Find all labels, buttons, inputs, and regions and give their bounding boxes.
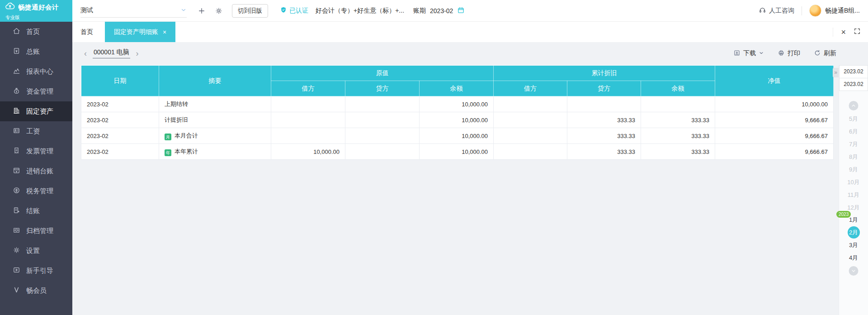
cell-date: 2023-02 <box>81 112 159 128</box>
content-area: ‹ 000001 电脑 › 下载 打印 刷新 <box>72 42 868 315</box>
month-item-active[interactable]: 2月 <box>839 226 868 239</box>
product-bundle-label[interactable]: 好会计（专）+好生意（标）+... <box>316 7 404 15</box>
sidebar-item-purchase-sales[interactable]: 进销台账 <box>0 161 72 181</box>
settings-gear-button[interactable] <box>215 7 223 15</box>
month-item[interactable]: 7月 <box>839 138 868 151</box>
tab-fixed-asset-ledger[interactable]: 固定资产明细账 × <box>105 22 175 42</box>
cell-net: 9,666.67 <box>715 112 834 128</box>
sidebar-item-closing[interactable]: 结账 <box>0 201 72 221</box>
chevron-down-icon <box>759 50 764 57</box>
sidebar-item-guide[interactable]: 新手引导 <box>0 261 72 281</box>
tab-label: 固定资产明细账 <box>114 28 158 36</box>
refresh-button[interactable]: 刷新 <box>814 49 836 58</box>
next-asset-icon[interactable]: › <box>136 49 139 57</box>
v-member-icon <box>13 286 20 295</box>
cell-ov-balance: 10,000.00 <box>420 112 494 128</box>
print-button[interactable]: 打印 <box>778 49 800 58</box>
month-item[interactable]: 10月 <box>839 176 868 189</box>
asset-navigator: ‹ 000001 电脑 › <box>84 48 139 58</box>
topbar: 测试 切到旧版 已认证 好会计（专）+好生意（标）+... 账期 2023-02… <box>72 0 868 22</box>
sidebar-item-home[interactable]: 首页 <box>0 22 72 42</box>
month-item[interactable]: 3月 <box>839 239 868 252</box>
tab-bar: 首页 固定资产明细账 × × <box>72 22 868 42</box>
refresh-icon <box>814 49 821 58</box>
fullscreen-icon[interactable] <box>854 28 861 37</box>
download-button[interactable]: 下载 <box>733 49 764 58</box>
cell-ov-balance: 10,000.00 <box>420 144 494 160</box>
sidebar-item-member[interactable]: 畅会员 <box>0 281 72 301</box>
period-label: 账期 <box>413 7 426 15</box>
cell-ov-credit <box>345 96 420 112</box>
summary-text: 本年累计 <box>175 148 198 155</box>
sidebar-item-label: 总账 <box>26 48 40 56</box>
tab-close-icon[interactable]: × <box>163 29 166 36</box>
switch-old-version-button[interactable]: 切到旧版 <box>232 4 268 18</box>
collapse-panel-icon[interactable]: » <box>833 68 839 77</box>
month-item[interactable]: 5月 <box>839 113 868 125</box>
month-item[interactable]: 1月 <box>839 214 868 226</box>
cell-net: 9,666.67 <box>715 144 834 160</box>
sidebar-item-label: 发票管理 <box>26 147 53 156</box>
scroll-up-icon[interactable] <box>849 101 859 110</box>
tabbar-actions: × <box>826 22 868 42</box>
toolbar-actions: 下载 打印 刷新 <box>733 49 836 58</box>
period-value[interactable]: 2023-02 <box>430 7 453 14</box>
app-window: 畅捷通好会计 专业版 首页 总账 报表中心 资金管理 固定 <box>0 0 868 315</box>
sidebar-item-label: 结账 <box>26 207 40 215</box>
sidebar-item-label: 畅会员 <box>26 286 47 295</box>
cell-net: 10,000.00 <box>715 96 834 112</box>
scroll-down-icon[interactable] <box>849 266 859 276</box>
col-header-ad-debit: 借方 <box>494 81 567 96</box>
cell-summary: 月本月合计 <box>159 128 271 144</box>
month-item[interactable]: 9月 <box>839 163 868 176</box>
printer-icon <box>778 49 785 58</box>
tax-icon <box>13 186 20 196</box>
download-icon <box>733 49 741 58</box>
month-item[interactable]: 8月 <box>839 151 868 163</box>
month-item[interactable]: 6月 <box>839 125 868 138</box>
year-total-icon: 年 <box>165 149 171 156</box>
cell-ov-balance: 10,000.00 <box>420 128 494 144</box>
gear-icon <box>13 246 20 255</box>
col-group-original: 原值 <box>271 66 494 81</box>
sidebar-item-tax[interactable]: 税务管理 <box>0 181 72 201</box>
cell-ad-balance: 333.33 <box>641 144 715 160</box>
sidebar-item-settings[interactable]: 设置 <box>0 241 72 261</box>
cell-ad-credit <box>567 96 641 112</box>
cell-date: 2023-02 <box>81 144 159 160</box>
sidebar-item-fixed-assets[interactable]: 固定资产 <box>0 101 72 121</box>
username[interactable]: 畅捷通B组... <box>825 7 860 15</box>
cloud-logo-icon <box>5 1 15 14</box>
sidebar-item-salary[interactable]: 工资 <box>0 121 72 141</box>
close-tabs-icon[interactable]: × <box>841 28 846 36</box>
sidebar-item-label: 固定资产 <box>26 107 53 116</box>
month-item[interactable]: 4月 <box>839 252 868 264</box>
avatar[interactable] <box>809 5 821 17</box>
add-account-button[interactable] <box>198 7 206 15</box>
calendar-icon[interactable] <box>457 6 465 15</box>
table-row: 2023-02 计提折旧 10,000.00 333.33 333.33 9,6… <box>81 112 834 128</box>
sidebar-item-report-center[interactable]: 报表中心 <box>0 62 72 81</box>
tab-home[interactable]: 首页 <box>80 22 93 42</box>
support-button[interactable]: 人工咨询 <box>759 6 794 15</box>
sidebar-item-label: 工资 <box>26 127 40 136</box>
certified-badge[interactable]: 已认证 <box>280 6 308 15</box>
col-group-accumulated: 累计折旧 <box>494 66 715 81</box>
sidebar-item-funds[interactable]: 资金管理 <box>0 81 72 101</box>
sidebar: 畅捷通好会计 专业版 首页 总账 报表中心 资金管理 固定 <box>0 0 72 315</box>
sidebar-item-invoices[interactable]: 发票管理 <box>0 141 72 161</box>
period-end: 2023.02 <box>839 78 868 91</box>
ledger-book-icon <box>13 167 20 176</box>
month-item[interactable]: 11月 <box>839 189 868 201</box>
cell-ad-balance <box>641 96 715 112</box>
sidebar-item-archive[interactable]: 归档管理 <box>0 221 72 241</box>
sidebar-item-label: 设置 <box>26 247 40 255</box>
invoice-icon <box>13 147 20 156</box>
prev-asset-icon[interactable]: ‹ <box>84 49 87 57</box>
asset-name[interactable]: 000001 电脑 <box>93 48 130 58</box>
account-select[interactable]: 测试 <box>80 4 187 18</box>
col-header-summary: 摘要 <box>159 66 271 96</box>
cell-ad-debit <box>494 144 567 160</box>
sidebar-item-general-ledger[interactable]: 总账 <box>0 42 72 62</box>
sidebar-item-label: 归档管理 <box>26 227 53 235</box>
